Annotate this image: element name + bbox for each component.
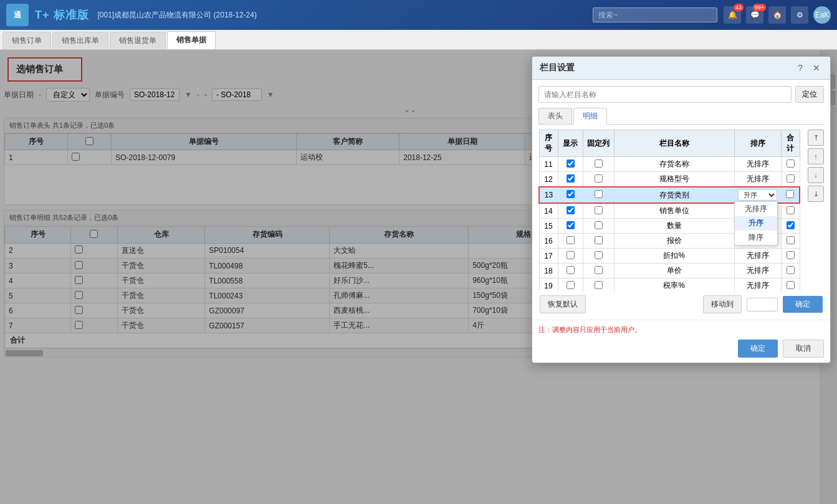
- th-sort: 排序: [734, 130, 781, 157]
- row-show-check[interactable]: [567, 281, 575, 289]
- dialog-cancel-btn[interactable]: 取消: [783, 340, 824, 358]
- app-logo: 通: [6, 4, 29, 26]
- user-avatar[interactable]: EaK: [813, 6, 831, 24]
- row-fixed-check[interactable]: [595, 221, 603, 229]
- global-search-input[interactable]: [593, 7, 717, 22]
- dialog-search-input[interactable]: [538, 86, 792, 103]
- tab-sales-order[interactable]: 销售订单: [2, 32, 51, 49]
- th-show: 显示: [558, 130, 583, 157]
- row-fixed-check[interactable]: [595, 281, 603, 289]
- row-show-check[interactable]: [567, 221, 575, 229]
- row-sum-check[interactable]: [787, 236, 795, 244]
- col-settings-table: 序号 显示 固定列 栏目名称 排序 合计: [538, 130, 800, 292]
- sort-option-asc[interactable]: 升序: [735, 216, 777, 231]
- dialog-header: 栏目设置 ? ✕: [532, 57, 830, 80]
- th-name: 栏目名称: [614, 130, 734, 157]
- dialog-action-row: 恢复默认 移动到 确定: [538, 295, 824, 313]
- row-sum-check[interactable]: [787, 174, 795, 183]
- sort-option-none[interactable]: 无排序: [735, 202, 777, 216]
- tab-sales-docs[interactable]: 销售单据: [167, 31, 216, 49]
- tab-header[interactable]: 表头: [538, 108, 572, 124]
- row-fixed-check[interactable]: [595, 236, 603, 244]
- row-fixed-check[interactable]: [595, 251, 603, 259]
- row-col-name: 存货名称: [614, 157, 734, 172]
- move-bottom-btn[interactable]: ⤓: [808, 186, 824, 202]
- row-show-check[interactable]: [567, 174, 575, 183]
- th-seq: 序号: [539, 130, 558, 157]
- row-col-name: 规格型号: [614, 172, 734, 188]
- dialog-title: 栏目设置: [540, 62, 575, 74]
- dialog-search-row: 定位: [538, 86, 824, 103]
- row-sum-check[interactable]: [787, 251, 795, 259]
- dialog-table-scroll[interactable]: 序号 显示 固定列 栏目名称 排序 合计: [538, 130, 800, 292]
- row-fixed-check[interactable]: [595, 190, 603, 198]
- row-fixed-check[interactable]: [595, 174, 603, 183]
- row-show-check[interactable]: [567, 159, 575, 168]
- row-col-name: 单价: [614, 264, 734, 278]
- row-col-name: 存货类别: [614, 187, 734, 203]
- message-icon-btn[interactable]: 💬 99+: [746, 6, 763, 24]
- row-show-check[interactable]: [567, 236, 575, 244]
- row-show-check[interactable]: [567, 266, 575, 274]
- row-sum-check[interactable]: [787, 281, 795, 289]
- settings-icon-btn[interactable]: ⚙: [791, 6, 808, 24]
- dialog-bottom: 注：调整内容只应用于当前用户。 确定 取消: [532, 320, 830, 363]
- message-icon: 💬: [750, 11, 760, 19]
- notification-badge: 43: [734, 4, 744, 11]
- col-settings-row: 19 税率% 无排序: [539, 278, 800, 292]
- th-fixed: 固定列: [583, 130, 614, 157]
- moveto-input[interactable]: [747, 298, 778, 311]
- row-sort-select[interactable]: 升序 无排序 降序: [738, 189, 777, 201]
- move-up-btn[interactable]: ↑: [808, 148, 824, 164]
- move-top-btn[interactable]: ⤒: [808, 130, 824, 146]
- main-content: 选销售订单 单据日期 - 自定义 单据编号 ▼ - - ▼ ⌄⌄ 销售订单表头 …: [0, 50, 837, 504]
- bell-icon: 🔔: [728, 11, 737, 19]
- th-sum: 合计: [781, 130, 800, 157]
- dialog-body: 定位 表头 明细 序号 显示: [532, 80, 830, 320]
- restore-default-btn[interactable]: 恢复默认: [540, 295, 586, 313]
- modal-overlay: 栏目设置 ? ✕ 定位 表头 明细: [0, 50, 837, 504]
- message-badge: 99+: [753, 4, 766, 11]
- dialog-locate-btn[interactable]: 定位: [795, 86, 824, 103]
- navtabs: 销售订单 销售出库单 销售退货单 销售单据: [0, 30, 837, 50]
- dialog-header-icons: ? ✕: [794, 62, 823, 74]
- row-fixed-check[interactable]: [595, 206, 603, 214]
- notification-icon-btn[interactable]: 🔔 43: [724, 6, 741, 24]
- row-show-check[interactable]: [567, 190, 575, 198]
- move-down-btn[interactable]: ↓: [808, 167, 824, 183]
- row-show-check[interactable]: [567, 251, 575, 259]
- row-col-name: 折扣%: [614, 249, 734, 264]
- col-settings-row: 12 规格型号 无排序: [539, 172, 800, 188]
- topbar: 通 T+ 标准版 [001]成都昆山农产品物流有限公司 (2018-12-24)…: [0, 0, 837, 30]
- row-fixed-check[interactable]: [595, 159, 603, 168]
- dialog-mid-row: 序号 显示 固定列 栏目名称 排序 合计: [538, 130, 824, 292]
- row-sum-check[interactable]: [787, 159, 795, 168]
- dialog-help-btn[interactable]: ?: [794, 62, 806, 74]
- sort-option-desc[interactable]: 降序: [735, 231, 777, 245]
- tab-sales-outbound[interactable]: 销售出库单: [52, 32, 108, 49]
- col-settings-row: 18 单价 无排序: [539, 264, 800, 278]
- row-col-name: 销售单位: [614, 203, 734, 219]
- row-sum-check[interactable]: [787, 221, 795, 229]
- row-sum-check[interactable]: [787, 266, 795, 274]
- dialog-note: 注：调整内容只应用于当前用户。: [538, 325, 824, 335]
- col-settings-row: 11 存货名称 无排序: [539, 157, 800, 172]
- row-fixed-check[interactable]: [595, 266, 603, 274]
- dialog-close-btn[interactable]: ✕: [810, 62, 823, 74]
- topbar-icons: 🔔 43 💬 99+ 🏠 ⚙ EaK: [724, 6, 831, 24]
- dialog-confirm-btn[interactable]: 确定: [738, 340, 778, 358]
- dialog-tabs: 表头 明细: [538, 108, 824, 125]
- row-col-name: 税率%: [614, 278, 734, 292]
- row-col-name: 报价: [614, 234, 734, 249]
- row-show-check[interactable]: [567, 206, 575, 214]
- col-settings-row-highlighted[interactable]: 13 存货类别 升序 无排序 降序: [539, 187, 800, 203]
- row-sum-check[interactable]: [787, 206, 795, 214]
- tab-detail[interactable]: 明细: [573, 108, 607, 125]
- row-sum-check[interactable]: [786, 190, 794, 198]
- moveto-btn[interactable]: 移动到: [703, 295, 742, 313]
- home-icon-btn[interactable]: 🏠: [768, 6, 786, 24]
- home-icon: 🏠: [773, 11, 782, 19]
- tab-sales-return[interactable]: 销售退货单: [110, 32, 166, 49]
- row-col-name: 数量: [614, 219, 734, 234]
- action-confirm-btn[interactable]: 确定: [783, 296, 823, 313]
